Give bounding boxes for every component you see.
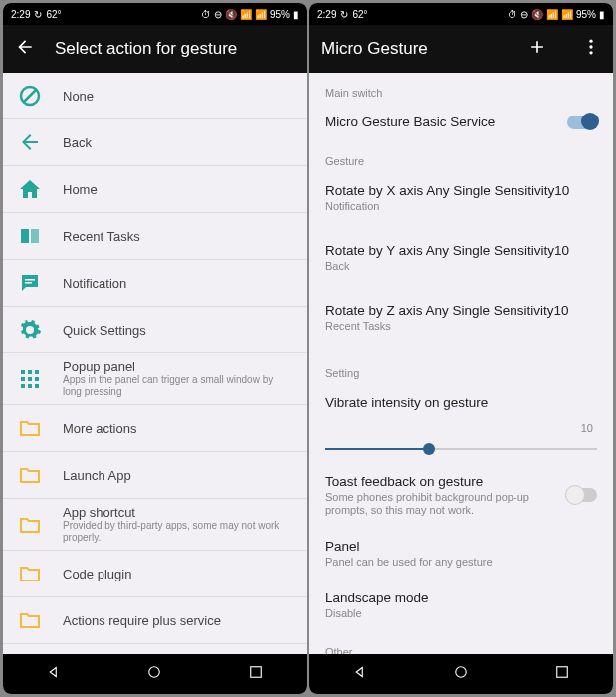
notif-icon [17,271,43,295]
svg-rect-6 [21,370,25,374]
page-title: Micro Gesture [321,39,508,59]
status-time: 2:29 [11,9,30,20]
action-item-quick-settings[interactable]: Quick Settings [3,307,307,353]
gesture-title: Rotate by Z axis Any Single Sensitivity1… [325,303,597,318]
section-gesture: Gesture [309,141,613,173]
settings-list[interactable]: Main switch Micro Gesture Basic Service … [309,73,613,654]
add-icon[interactable] [527,37,547,61]
svg-rect-7 [28,370,32,374]
action-item-actions-require-plus-service[interactable]: Actions require plus service [3,597,307,644]
nav-recent-icon[interactable] [553,663,571,685]
panel-title: Panel [325,539,597,554]
section-setting: Setting [309,353,613,385]
vibrate-row[interactable]: Vibrate intensity on gesture [309,385,613,422]
battery-icon: ▮ [599,9,605,20]
folder-icon [17,608,43,632]
action-label: More actions [63,421,293,436]
action-item-none[interactable]: None [3,73,307,119]
svg-rect-12 [21,384,25,388]
dnd-icon: ⊖ [520,9,528,20]
section-main-switch: Main switch [309,73,613,105]
nav-back-icon[interactable] [45,663,63,685]
action-item-more-actions[interactable]: More actions [3,405,307,452]
gesture-row-0[interactable]: Rotate by X axis Any Single Sensitivity1… [309,173,613,233]
svg-rect-11 [35,377,39,381]
back-icon[interactable] [15,37,35,61]
panel-row[interactable]: Panel Panel can be used for any gesture [309,529,613,581]
action-item-code-plugin[interactable]: Code plugin [3,551,307,597]
action-label: Quick Settings [63,323,293,338]
svg-rect-14 [35,384,39,388]
svg-point-15 [149,667,160,678]
svg-rect-13 [28,384,32,388]
action-item-notification[interactable]: Notification [3,260,307,307]
status-bar: 2:29 ↻ 62° ⏱ ⊖ 🔇 📶 📶 95% ▮ [3,3,307,25]
status-temp: 62° [352,9,367,20]
nav-recent-icon[interactable] [247,663,265,685]
status-time: 2:29 [317,9,336,20]
battery-pct: 95% [270,9,290,20]
folder-icon [17,416,43,440]
grid-icon [17,367,43,391]
action-label: Recent Tasks [63,229,293,244]
svg-rect-2 [21,229,29,243]
basic-service-row[interactable]: Micro Gesture Basic Service [309,105,613,141]
svg-rect-10 [28,377,32,381]
svg-rect-3 [31,229,39,243]
action-label: Popup panel [63,359,293,374]
toast-sub: Some phones prohibit background pop-up p… [325,491,567,517]
more-icon[interactable] [581,37,601,61]
action-label: App shortcut [63,505,293,520]
nav-home-icon[interactable] [452,663,470,685]
nav-home-icon[interactable] [145,663,163,685]
svg-line-1 [24,90,36,102]
gesture-sub: Notification [325,200,597,213]
toast-switch[interactable] [567,488,597,502]
action-label: Notification [63,276,293,291]
action-item-app-shortcut[interactable]: App shortcutProvided by third-party apps… [3,499,307,551]
basic-service-title: Micro Gesture Basic Service [325,115,567,129]
nav-back-icon[interactable] [351,663,369,685]
home-icon [17,177,43,201]
mute-icon: 🔇 [225,9,237,20]
svg-rect-8 [35,370,39,374]
gesture-row-2[interactable]: Rotate by Z axis Any Single Sensitivity1… [309,293,613,352]
gesture-row-1[interactable]: Rotate by Y axis Any Single Sensitivity1… [309,233,613,293]
landscape-row[interactable]: Landscape mode Disable [309,581,613,632]
vibrate-slider[interactable] [325,448,597,450]
status-temp: 62° [46,9,61,20]
signal-icon: 📶 [255,9,267,20]
gesture-sub: Recent Tasks [325,320,597,333]
status-sync-icon: ↻ [34,9,42,20]
nav-bar [3,654,307,694]
page-title: Select action for gesture [55,39,295,59]
vibrate-slider-wrap: 10 [309,422,613,464]
back-icon [17,130,43,154]
section-other: Other [309,632,613,654]
folder-icon [17,513,43,537]
alarm-icon: ⏱ [201,9,211,20]
action-label: Home [63,182,293,197]
folder-icon [17,562,43,585]
action-list[interactable]: NoneBackHomeRecent TasksNotificationQuic… [3,73,307,654]
signal-icon: 📶 [561,9,573,20]
action-item-launch-app[interactable]: Launch App [3,452,307,499]
recent-icon [17,224,43,248]
action-item-back[interactable]: Back [3,119,307,166]
none-icon [17,84,43,108]
battery-icon: ▮ [293,9,299,20]
svg-point-19 [589,51,592,54]
action-item-popup-panel[interactable]: Popup panelApps in the panel can trigger… [3,353,307,405]
toast-row[interactable]: Toast feedback on gesture Some phones pr… [309,464,613,529]
action-label: None [63,89,293,104]
basic-service-switch[interactable] [567,116,597,129]
wifi-icon: 📶 [240,9,252,20]
gesture-sub: Back [325,260,597,273]
action-item-home[interactable]: Home [3,166,307,213]
action-label: Launch App [63,468,293,483]
gear-icon [17,318,43,342]
svg-rect-5 [25,282,32,284]
svg-point-17 [589,40,592,43]
action-item-recent-tasks[interactable]: Recent Tasks [3,213,307,260]
svg-point-20 [456,667,467,678]
